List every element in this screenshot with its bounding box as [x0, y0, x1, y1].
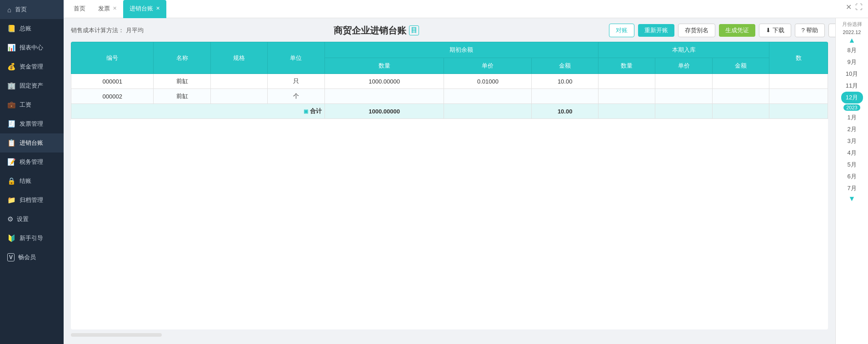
month-item-2[interactable]: 2月 [836, 123, 861, 135]
sidebar: ⌂ 首页 📒 总账 📊 报表中心 💰 资金管理 🏢 固定资产 💼 工资 🧾 发票… [0, 0, 64, 344]
sidebar-item-assets[interactable]: 🏢 固定资产 [0, 76, 64, 95]
tab-trade-ledger[interactable]: 进销台账 ✕ [123, 0, 166, 18]
horizontal-scrollbar-area [71, 331, 861, 339]
reopen-button[interactable]: 重新开账 [638, 24, 674, 37]
tab-trade-ledger-label: 进销台账 [130, 5, 153, 13]
toolbar-buttons: 对账 重新开账 存货别名 生成凭证 ⬇ 下载 ? 帮助 ↺ 刷新 [609, 24, 861, 37]
sidebar-item-settings[interactable]: ⚙ 设置 [0, 210, 64, 229]
month-item-7[interactable]: 7月 [836, 182, 861, 194]
row-opening-qty: 1000.00000 [324, 74, 444, 89]
month-picker-panel: 月份选择 2022.12 ▲ 8月 9月 10月 11月 12月 2023 1月… [835, 42, 861, 329]
month-item-8[interactable]: 8月 [836, 44, 861, 56]
sidebar-item-invoice-mgmt[interactable]: 🧾 发票管理 [0, 114, 64, 133]
total-opening-price-empty [444, 104, 532, 119]
month-item-9[interactable]: 9月 [836, 56, 861, 68]
month-item-1[interactable]: 1月 [836, 112, 861, 123]
col-number: 编号 [71, 42, 154, 74]
sidebar-item-label: 发票管理 [20, 120, 43, 128]
row-current-in-amount [712, 74, 769, 89]
tab-invoice[interactable]: 发票 ✕ [92, 0, 123, 18]
download-button[interactable]: ⬇ 下载 [759, 24, 791, 37]
month-item-3[interactable]: 3月 [836, 135, 861, 147]
tab-trade-ledger-close[interactable]: ✕ [156, 5, 160, 11]
total-label: 合计 [310, 108, 322, 114]
salary-icon: 💼 [7, 101, 16, 109]
sidebar-item-label: 归档管理 [20, 196, 43, 204]
cost-method-label: 销售成本计算方法： [71, 27, 124, 34]
month-item-4[interactable]: 4月 [836, 147, 861, 159]
page-title-text: 商贸企业进销台账 [334, 25, 406, 37]
row-opening-price [444, 89, 532, 104]
tax-icon: 📝 [7, 158, 16, 166]
match-button[interactable]: 对账 [609, 24, 634, 37]
cost-method-value: 月平均 [126, 27, 144, 34]
col-current-in-price: 单价 [655, 58, 712, 74]
toolbar: 销售成本计算方法： 月平均 商贸企业进销台账 目 对账 重新开账 存货别名 生成… [71, 24, 861, 37]
trade-ledger-table: 编号 名称 规格 单位 期初余额 本期入库 数 数量 单价 金额 数 [71, 42, 828, 119]
tab-home-label: 首页 [74, 5, 85, 13]
total-current-in-qty [598, 104, 655, 119]
sidebar-item-guide[interactable]: 🔰 新手引导 [0, 229, 64, 248]
close-window-button[interactable]: ✕ [846, 3, 852, 11]
month-item-6[interactable]: 6月 [836, 171, 861, 182]
total-last [769, 104, 828, 119]
row-spec [210, 89, 267, 104]
total-label-cell: ▣ 合计 [71, 104, 325, 119]
home-icon: ⌂ [7, 6, 11, 14]
page-content: 销售成本计算方法： 月平均 商贸企业进销台账 目 对账 重新开账 存货别名 生成… [64, 18, 868, 344]
generate-voucher-button[interactable]: 生成凭证 [719, 24, 755, 37]
row-unit: 只 [268, 74, 324, 89]
sidebar-item-tax[interactable]: 📝 税务管理 [0, 152, 64, 172]
col-opening-price: 单价 [444, 58, 532, 74]
col-current-in-amount: 金额 [712, 58, 769, 74]
row-opening-qty [324, 89, 444, 104]
sidebar-item-closing[interactable]: 🔒 结账 [0, 172, 64, 191]
total-opening-qty: 1000.00000 [324, 104, 444, 119]
col-current-in: 本期入库 [598, 42, 769, 58]
sidebar-item-member[interactable]: V 畅会员 [0, 248, 64, 267]
sidebar-item-label: 报表中心 [20, 44, 43, 52]
closing-icon: 🔒 [7, 177, 16, 185]
sidebar-item-label: 进销台账 [20, 139, 43, 147]
month-picker-down[interactable]: ▼ [848, 194, 856, 203]
row-opening-amount [532, 89, 599, 104]
total-row: ▣ 合计 1000.00000 10.00 [71, 104, 828, 119]
sidebar-item-trade-ledger[interactable]: 📋 进销台账 [0, 133, 64, 152]
tab-home[interactable]: 首页 [67, 0, 92, 18]
ledger-icon: 📒 [7, 25, 16, 33]
sidebar-item-archive[interactable]: 📁 归档管理 [0, 191, 64, 210]
main-content: 首页 发票 ✕ 进销台账 ✕ 销售成本计算方法： 月平均 商贸企业进销台账 目 … [64, 0, 868, 344]
settings-icon: ⚙ [7, 215, 13, 223]
month-item-5[interactable]: 5月 [836, 159, 861, 171]
maximize-window-button[interactable]: ⛶ [855, 3, 863, 11]
horizontal-scrollbar[interactable] [71, 333, 162, 337]
download-icon: ⬇ [766, 27, 771, 34]
row-number: 000002 [71, 89, 154, 104]
col-opening-balance: 期初余额 [324, 42, 598, 58]
col-unit: 单位 [268, 42, 324, 74]
month-item-10[interactable]: 10月 [836, 68, 861, 80]
sidebar-item-label: 结账 [20, 177, 31, 185]
sidebar-item-funds[interactable]: 💰 资金管理 [0, 57, 64, 76]
sidebar-item-salary[interactable]: 💼 工资 [0, 95, 64, 114]
row-current-in-price [655, 74, 712, 89]
sidebar-item-label: 首页 [15, 5, 27, 14]
sidebar-item-label: 税务管理 [20, 158, 43, 166]
col-opening-amount: 金额 [532, 58, 599, 74]
reports-icon: 📊 [7, 44, 16, 52]
month-item-11[interactable]: 11月 [836, 80, 861, 92]
help-button[interactable]: ? 帮助 [795, 24, 825, 37]
col-name: 名称 [154, 42, 210, 74]
sidebar-item-ledger[interactable]: 📒 总账 [0, 19, 64, 38]
sidebar-item-label: 固定资产 [20, 82, 43, 90]
save-alias-button[interactable]: 存货别名 [678, 24, 715, 37]
sidebar-item-home[interactable]: ⌂ 首页 [0, 0, 64, 19]
archive-icon: 📁 [7, 196, 16, 204]
total-icon: ▣ [304, 108, 308, 114]
sidebar-item-reports[interactable]: 📊 报表中心 [0, 38, 64, 57]
sidebar-item-label: 资金管理 [20, 63, 43, 71]
row-unit: 个 [268, 89, 324, 104]
sidebar-item-label: 新手引导 [20, 234, 43, 242]
tab-invoice-close[interactable]: ✕ [113, 5, 117, 11]
month-item-12[interactable]: 12月 [841, 92, 861, 103]
